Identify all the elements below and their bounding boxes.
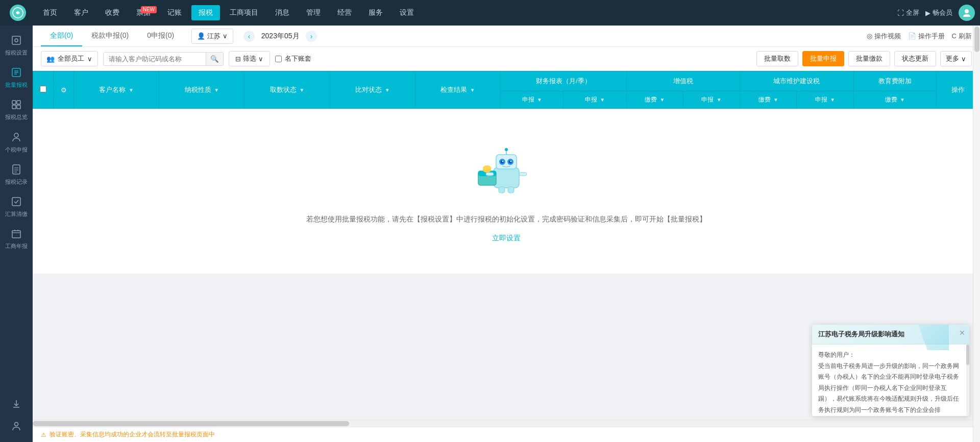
sidebar-item-individual-tax[interactable]: 个税申报 [1, 128, 32, 157]
sidebar-label: 报税记录 [5, 179, 28, 185]
sidebar-item-settlement[interactable]: 汇算清缴 [1, 192, 32, 222]
urban-pay-sub: 缴费 ▼ [740, 91, 797, 109]
sidebar-item-batch-tax[interactable]: 批量报税 [1, 63, 32, 92]
batch-pay-btn[interactable]: 批量缴款 [848, 51, 890, 66]
nav-service[interactable]: 服务 [361, 5, 390, 20]
vip-btn[interactable]: ▶ 畅会员 [925, 8, 952, 17]
filter-icon[interactable]: ▼ [214, 87, 219, 93]
edu-declare-sub: 申报 ▼ [797, 91, 853, 109]
data-table: ⚙ 客户名称 ▼ 纳税性质 ▼ 取数状态 ▼ [33, 71, 980, 274]
filter-icon[interactable]: ▼ [900, 97, 905, 103]
sidebar-label: 工商年报 [5, 243, 28, 250]
province-selector[interactable]: 👤 江苏 ∨ [191, 29, 233, 44]
nav-management[interactable]: 管理 [299, 5, 328, 20]
svg-point-36 [483, 165, 491, 170]
nav-operation[interactable]: 经营 [330, 5, 359, 20]
batch-declare-btn[interactable]: 批量申报 [802, 51, 844, 66]
tax-type-header: 纳税性质 ▼ [159, 71, 244, 109]
svg-point-29 [510, 161, 512, 162]
tab-zero-declaration[interactable]: 0申报(0) [138, 26, 183, 46]
right-scrollbar[interactable] [973, 26, 980, 442]
scrollbar-thumb [966, 345, 969, 365]
subledger-checkbox-label[interactable]: 名下账套 [275, 54, 311, 63]
select-all-header [33, 71, 54, 109]
current-month: 2023年05月 [260, 32, 301, 41]
sidebar-item-tax-overview[interactable]: 报税总览 [1, 95, 32, 125]
notification-greeting: 尊敬的用户： [818, 350, 963, 361]
nav-business[interactable]: 工商项目 [223, 5, 265, 20]
financial-report-header: 财务报表（月/季） [501, 71, 627, 91]
fullscreen-btn[interactable]: ⛶ 全屏 [897, 8, 919, 17]
sidebar-label: 报税设置 [5, 50, 28, 56]
batch-fetch-btn[interactable]: 批量取数 [756, 51, 798, 66]
sidebar-user[interactable] [1, 417, 32, 437]
filter-icon[interactable]: ▼ [830, 97, 835, 103]
filter-icon[interactable]: ▼ [129, 87, 134, 93]
tab-actions: ◎ 操作视频 📄 操作手册 C 刷新 [867, 32, 972, 41]
filter-icon[interactable]: ▼ [299, 87, 304, 93]
sidebar-item-tax-records[interactable]: 报税记录 [1, 160, 32, 189]
tab-all[interactable]: 全部(0) [41, 26, 82, 46]
next-month-btn[interactable]: › [306, 31, 317, 42]
nav-tax[interactable]: 报税 [191, 5, 220, 20]
vat-declare-sub: 申报 ▼ [564, 91, 626, 109]
filter-icon[interactable]: ▼ [470, 87, 475, 93]
nav-customer[interactable]: 客户 [67, 5, 95, 20]
setup-link[interactable]: 立即设置 [492, 234, 521, 243]
robot-illustration [476, 139, 537, 201]
notification-close-btn[interactable]: ✕ [959, 329, 965, 337]
employee-icon: 👥 [46, 55, 55, 63]
filter-icon[interactable]: ▼ [600, 97, 605, 103]
main-nav: 首页 客户 收费 票据 NEW 记账 报税 工商项目 消息 管理 经营 服务 设… [36, 5, 897, 20]
gear-icon[interactable]: ⚙ [61, 86, 67, 94]
operation-video-btn[interactable]: ◎ 操作视频 [867, 32, 901, 41]
more-btn[interactable]: 更多 ∨ [940, 51, 972, 66]
subledger-checkbox[interactable] [275, 56, 282, 62]
batch-tax-icon [11, 67, 22, 80]
svg-point-21 [15, 423, 18, 426]
top-navigation: 首页 客户 收费 票据 NEW 记账 报税 工商项目 消息 管理 经营 服务 设… [0, 0, 980, 26]
logo-icon [10, 5, 26, 21]
horizontal-scrollbar[interactable] [33, 420, 980, 427]
filter-button[interactable]: ⊟ 筛选 ∨ [229, 51, 270, 66]
nav-settings[interactable]: 设置 [393, 5, 421, 20]
tax-settings-icon [11, 35, 22, 47]
svg-point-28 [502, 161, 504, 162]
filter-icon[interactable]: ▼ [385, 87, 390, 93]
svg-point-12 [14, 133, 18, 137]
vat-pay-sub: 缴费 ▼ [626, 91, 683, 109]
search-box: 🔍 [103, 52, 224, 66]
nav-message[interactable]: 消息 [268, 5, 297, 20]
nav-right-actions: ⛶ 全屏 ▶ 畅会员 [897, 5, 975, 21]
tab-tax-declaration[interactable]: 税款申报(0) [82, 26, 138, 46]
sidebar-item-annual-report[interactable]: 工商年报 [1, 224, 32, 254]
nav-home[interactable]: 首页 [36, 5, 64, 20]
empty-message: 若您想使用批量报税功能，请先在【报税设置】中进行报税的初始化设置，完成密码验证和… [306, 213, 706, 226]
svg-rect-9 [17, 101, 20, 104]
vat-header: 增值税 [626, 71, 740, 91]
filter-icon[interactable]: ▼ [659, 97, 665, 103]
edu-pay-sub: 缴费 ▼ [853, 91, 936, 109]
filter-icon[interactable]: ▼ [537, 97, 542, 103]
nav-invoice[interactable]: 票据 NEW [129, 5, 158, 20]
sidebar-item-tax-settings[interactable]: 报税设置 [1, 31, 32, 60]
select-all-checkbox[interactable] [40, 86, 46, 92]
filter-icon[interactable]: ▼ [717, 97, 722, 103]
sidebar-download[interactable] [1, 395, 32, 414]
app-logo[interactable] [5, 0, 31, 26]
operation-manual-btn[interactable]: 📄 操作手册 [908, 32, 945, 41]
nav-billing[interactable]: 收费 [98, 5, 127, 20]
search-button[interactable]: 🔍 [206, 53, 223, 65]
nav-bookkeeping[interactable]: 记账 [160, 5, 189, 20]
employee-select[interactable]: 👥 全部员工 ∨ [41, 51, 98, 66]
refresh-btn[interactable]: C 刷新 [952, 32, 972, 41]
status-update-btn[interactable]: 状态更新 [894, 51, 936, 66]
notification-scrollbar[interactable] [966, 345, 969, 416]
prev-month-btn[interactable]: ‹ [243, 31, 255, 42]
new-badge: NEW [141, 6, 157, 13]
fetch-status-header: 取数状态 ▼ [244, 71, 330, 109]
search-input[interactable] [104, 53, 206, 65]
filter-icon[interactable]: ▼ [773, 97, 778, 103]
user-avatar[interactable] [959, 5, 975, 21]
right-scrollbar-thumb [974, 27, 979, 52]
